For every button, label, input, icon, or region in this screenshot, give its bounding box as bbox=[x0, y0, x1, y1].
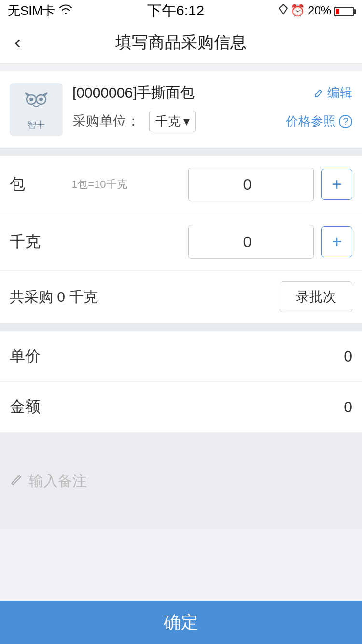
confirm-button[interactable]: 确定 bbox=[0, 601, 362, 644]
section-divider-2 bbox=[0, 323, 362, 331]
edit-button[interactable]: 编辑 bbox=[314, 84, 352, 101]
nav-bar: ‹ 填写商品采购信息 bbox=[0, 21, 362, 64]
kg-label: 千克 bbox=[10, 231, 68, 252]
product-logo-icon bbox=[22, 89, 51, 117]
unit-row: 采购单位： 千克 ▾ 价格参照 ? bbox=[72, 111, 352, 132]
location-icon bbox=[279, 4, 288, 17]
help-icon: ? bbox=[339, 115, 352, 128]
unit-prefix-label: 采购单位： bbox=[72, 113, 140, 128]
bag-input-control: + bbox=[127, 168, 352, 201]
back-button[interactable]: ‹ bbox=[10, 27, 26, 58]
kg-input-row: 千克 + bbox=[0, 213, 362, 271]
svg-point-2 bbox=[29, 98, 33, 101]
brand-label: 智十 bbox=[28, 119, 45, 131]
status-left: 无SIM卡 bbox=[8, 2, 72, 19]
unit-price-value: 0 bbox=[344, 348, 352, 365]
product-image: 智十 bbox=[10, 83, 63, 136]
price-section: 单价 0 金额 0 bbox=[0, 331, 362, 433]
bag-label: 包 bbox=[10, 174, 68, 195]
status-time: 下午6:12 bbox=[147, 1, 204, 21]
amount-row: 金额 0 bbox=[0, 382, 362, 433]
price-ref-button[interactable]: 价格参照 ? bbox=[286, 113, 352, 130]
product-name: [0000006]手撕面包 bbox=[72, 83, 195, 103]
alarm-icon: ⏰ bbox=[291, 4, 305, 17]
product-card: 智十 [0000006]手撕面包 编辑 采购单位： 千克 ▾ 价格参照 ? bbox=[0, 71, 362, 148]
notes-placeholder: 输入备注 bbox=[29, 471, 87, 491]
summary-row: 共采购 0 千克 录批次 bbox=[0, 271, 362, 323]
notes-section[interactable]: 输入备注 bbox=[0, 433, 362, 529]
bag-quantity-input[interactable] bbox=[188, 168, 314, 201]
page-title: 填写商品采购信息 bbox=[115, 31, 247, 54]
kg-quantity-input[interactable] bbox=[188, 225, 314, 259]
bag-sub-label: 1包=10千克 bbox=[71, 177, 127, 192]
status-right: ⏰ 20% bbox=[279, 4, 354, 17]
price-ref-label: 价格参照 bbox=[286, 113, 336, 130]
wifi-icon bbox=[59, 3, 72, 18]
chevron-down-icon: ▾ bbox=[183, 114, 190, 129]
status-bar: 无SIM卡 下午6:12 ⏰ 20% bbox=[0, 0, 362, 21]
summary-text: 共采购 0 千克 bbox=[10, 287, 98, 307]
quantity-section: 包 1包=10千克 + 千克 + 共采购 0 千克 录批次 bbox=[0, 156, 362, 323]
battery-percentage: 20% bbox=[308, 4, 331, 17]
unit-label-group: 采购单位： 千克 ▾ bbox=[72, 111, 196, 132]
kg-plus-button[interactable]: + bbox=[321, 226, 352, 257]
product-name-row: [0000006]手撕面包 编辑 bbox=[72, 83, 352, 103]
record-batch-button[interactable]: 录批次 bbox=[280, 281, 352, 312]
svg-point-3 bbox=[39, 98, 43, 101]
unit-price-row: 单价 0 bbox=[0, 331, 362, 382]
product-info: [0000006]手撕面包 编辑 采购单位： 千克 ▾ 价格参照 ? bbox=[72, 83, 352, 132]
pencil-icon bbox=[10, 473, 23, 490]
amount-label: 金额 bbox=[10, 396, 41, 418]
bag-plus-button[interactable]: + bbox=[321, 169, 352, 200]
unit-select[interactable]: 千克 ▾ bbox=[149, 111, 196, 132]
kg-input-control: + bbox=[68, 225, 352, 259]
battery-icon bbox=[334, 4, 354, 17]
amount-value: 0 bbox=[344, 398, 352, 416]
bottom-spacer bbox=[0, 529, 362, 573]
carrier-text: 无SIM卡 bbox=[8, 2, 55, 19]
unit-price-label: 单价 bbox=[10, 346, 41, 367]
unit-value: 千克 bbox=[155, 113, 181, 130]
section-divider-1 bbox=[0, 148, 362, 156]
bag-input-row: 包 1包=10千克 + bbox=[0, 156, 362, 213]
